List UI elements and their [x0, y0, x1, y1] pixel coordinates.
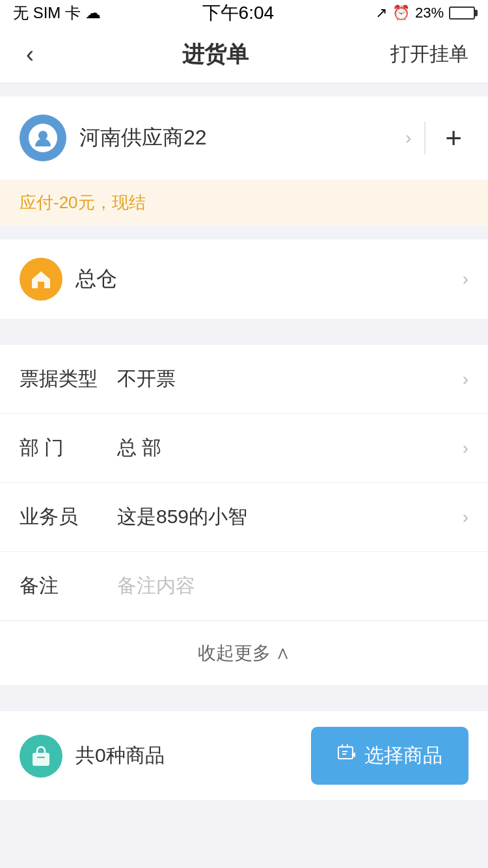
svg-rect-4 [338, 747, 353, 759]
remark-value[interactable]: 备注内容 [117, 573, 468, 599]
status-time: 下午6:04 [202, 1, 275, 25]
nav-bar: ‹ 进货单 打开挂单 [0, 26, 488, 83]
remark-row[interactable]: 备注 备注内容 [0, 552, 488, 621]
department-row[interactable]: 部 门 总 部 › [0, 414, 488, 483]
battery-percent: 23% [415, 5, 444, 21]
salesperson-value: 这是859的小智 [117, 504, 463, 530]
back-button[interactable]: ‹ [20, 34, 40, 75]
department-label: 部 门 [20, 435, 98, 461]
notice-text: 应付-20元，现结 [20, 193, 146, 212]
supplier-chevron-icon: › [405, 128, 411, 148]
svg-point-0 [38, 131, 47, 140]
goods-count-label: 共0种商品 [75, 742, 298, 769]
form-section: 票据类型 不开票 › 部 门 总 部 › 业务员 这是859的小智 › 备注 备… [0, 345, 488, 685]
salesperson-label: 业务员 [20, 504, 98, 530]
remark-label: 备注 [20, 573, 98, 599]
section-gap-1 [0, 83, 488, 96]
warehouse-row[interactable]: 总仓 › [0, 239, 488, 319]
select-goods-button[interactable]: 选择商品 [311, 727, 468, 785]
battery-icon [449, 7, 475, 20]
svg-rect-1 [38, 282, 44, 288]
section-gap-3 [0, 319, 488, 332]
supplier-avatar [20, 115, 66, 161]
section-gap-4 [0, 685, 488, 698]
select-goods-label: 选择商品 [364, 742, 442, 769]
status-left: 无 SIM 卡 ☁ [13, 3, 101, 23]
salesperson-chevron-icon: › [463, 507, 468, 528]
supplier-avatar-icon [29, 124, 57, 152]
svg-rect-3 [37, 757, 45, 758]
sim-status: 无 SIM 卡 ☁ [13, 3, 101, 23]
department-chevron-icon: › [463, 438, 468, 459]
warehouse-section: 总仓 › [0, 239, 488, 319]
supplier-name: 河南供应商22 [79, 124, 405, 152]
alarm-icon: ⏰ [392, 5, 410, 21]
collapse-label: 收起更多 ∧ [198, 643, 291, 663]
page-title: 进货单 [182, 40, 249, 70]
invoice-type-label: 票据类型 [20, 366, 98, 392]
collapse-button[interactable]: 收起更多 ∧ [0, 621, 488, 685]
location-icon: ↗ [375, 5, 387, 21]
salesperson-row[interactable]: 业务员 这是859的小智 › [0, 483, 488, 552]
select-goods-icon [337, 744, 358, 767]
invoice-type-value: 不开票 [117, 366, 463, 392]
bottom-bar: 共0种商品 选择商品 [0, 711, 488, 800]
status-right: ↗ ⏰ 23% [375, 5, 475, 21]
supplier-row[interactable]: 河南供应商22 › + [0, 96, 488, 180]
svg-rect-2 [33, 753, 49, 766]
goods-bag-icon [20, 735, 62, 778]
department-value: 总 部 [117, 435, 463, 461]
status-bar: 无 SIM 卡 ☁ 下午6:04 ↗ ⏰ 23% [0, 0, 488, 26]
notice-banner: 应付-20元，现结 [0, 180, 488, 226]
warehouse-chevron-icon: › [463, 269, 468, 290]
section-gap-2 [0, 226, 488, 239]
open-pending-button[interactable]: 打开挂单 [390, 41, 468, 68]
warehouse-name: 总仓 [75, 265, 463, 293]
supplier-divider [424, 122, 426, 154]
supplier-section: 河南供应商22 › + 应付-20元，现结 [0, 96, 488, 226]
invoice-type-row[interactable]: 票据类型 不开票 › [0, 345, 488, 414]
invoice-type-chevron-icon: › [463, 369, 468, 390]
add-supplier-button[interactable]: + [439, 122, 468, 154]
warehouse-icon [20, 258, 62, 301]
